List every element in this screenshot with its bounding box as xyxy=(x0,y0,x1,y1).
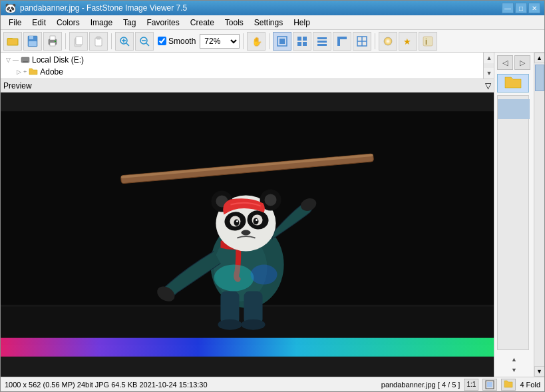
svg-rect-29 xyxy=(317,41,327,43)
tree-row-adobe[interactable]: ▷ + Adobe xyxy=(3,66,480,78)
filetree-scroll-down[interactable]: ▼ xyxy=(484,68,494,79)
main-scrollbar: ▲ ▼ xyxy=(534,53,544,377)
menu-settings[interactable]: Settings xyxy=(249,15,288,29)
menu-create[interactable]: Create xyxy=(185,15,220,29)
filetree-scroll-up[interactable]: ▲ xyxy=(484,53,494,63)
sidebar-scroll-arrows: ▲ ▼ xyxy=(494,353,534,377)
tree-root-label: Local Disk (E:) xyxy=(32,55,84,65)
app-icon: 🐼 xyxy=(5,3,16,13)
zoom-in-button[interactable] xyxy=(115,32,134,51)
svg-line-20 xyxy=(146,43,149,46)
hdd-icon xyxy=(21,56,30,64)
view-mode-3[interactable] xyxy=(313,32,331,51)
tree-child-label: Adobe xyxy=(40,67,63,77)
main-scroll-down[interactable]: ▼ xyxy=(534,366,545,377)
save-button[interactable] xyxy=(23,32,42,51)
filetree-content: ▽ — Local Disk (E:) ▷ + Adobe xyxy=(1,53,483,79)
status-info: 1000 x 562 (0.56 MP) 24bit JPG 64.5 KB 2… xyxy=(5,381,208,389)
maximize-button[interactable]: □ xyxy=(515,3,527,13)
tree-row-root[interactable]: ▽ — Local Disk (E:) xyxy=(3,54,480,66)
paste-button[interactable] xyxy=(89,32,108,51)
svg-point-69 xyxy=(214,265,254,292)
menu-file[interactable]: File xyxy=(3,15,27,29)
view-mode-1[interactable] xyxy=(273,32,291,51)
svg-rect-41 xyxy=(23,61,28,63)
menu-help[interactable]: Help xyxy=(288,15,315,29)
toolbar-sep-2 xyxy=(111,33,112,49)
svg-rect-30 xyxy=(317,44,327,46)
svg-point-66 xyxy=(236,220,238,222)
menu-colors[interactable]: Colors xyxy=(51,15,85,29)
close-button[interactable]: ✕ xyxy=(528,3,540,13)
svg-rect-13 xyxy=(96,37,100,39)
svg-rect-7 xyxy=(50,36,55,40)
titlebar-title: 🐼 pandabanner.jpg - FastStone Image View… xyxy=(5,3,187,13)
menu-favorites[interactable]: Favorites xyxy=(141,15,184,29)
toolbar-sep-3 xyxy=(243,33,244,49)
image-area: Preview ▽ xyxy=(1,79,494,377)
menu-edit[interactable]: Edit xyxy=(27,15,51,29)
svg-point-68 xyxy=(241,230,250,235)
svg-rect-23 xyxy=(279,39,285,44)
main-scroll-up[interactable]: ▲ xyxy=(534,53,545,63)
sidebar-scroll-up[interactable]: ▲ xyxy=(509,354,520,365)
color-button[interactable] xyxy=(379,32,397,51)
svg-text:i: i xyxy=(425,37,427,47)
status-fit-btn[interactable] xyxy=(482,379,497,391)
menu-tag[interactable]: Tag xyxy=(118,15,141,29)
minimize-button[interactable]: — xyxy=(502,3,514,13)
svg-point-59 xyxy=(265,194,277,206)
menu-image[interactable]: Image xyxy=(85,15,118,29)
sidebar-scroll-down[interactable]: ▼ xyxy=(509,365,520,375)
zoom-out-button[interactable] xyxy=(135,32,154,51)
info-button[interactable]: i xyxy=(419,32,437,51)
svg-rect-11 xyxy=(76,37,83,45)
svg-point-52 xyxy=(241,319,265,330)
smooth-checkbox[interactable] xyxy=(158,37,166,45)
print-button[interactable] xyxy=(43,32,62,51)
svg-point-51 xyxy=(218,319,242,330)
zoom-select[interactable]: 72% 25% 50% 100% 150% 200% Fit Fill xyxy=(200,34,240,49)
status-folder-btn[interactable] xyxy=(501,379,516,391)
hand-tool-button[interactable]: ✋ xyxy=(247,32,266,51)
svg-point-70 xyxy=(251,265,277,285)
statusbar: 1000 x 562 (0.56 MP) 24bit JPG 64.5 KB 2… xyxy=(1,377,544,391)
menubar: File Edit Colors Image Tag Favorites Cre… xyxy=(1,15,544,30)
toolbar-sep-4 xyxy=(269,33,270,49)
window-title: pandabanner.jpg - FastStone Image Viewer… xyxy=(20,3,187,13)
open-button[interactable] xyxy=(3,32,22,51)
status-file-info: pandabanner.jpg [ 4 / 5 ] xyxy=(381,381,460,389)
menu-tools[interactable]: Tools xyxy=(220,15,249,29)
svg-rect-1 xyxy=(7,39,18,45)
filetree-scroll-track xyxy=(484,63,494,68)
sidebar-nav-right[interactable]: ▷ xyxy=(514,55,530,70)
sidebar-scroll-thumb xyxy=(498,99,530,119)
sidebar-nav-row: ◁ ▷ xyxy=(497,55,531,70)
preview-expand-icon[interactable]: ▽ xyxy=(485,81,491,91)
effects-button[interactable]: ★ xyxy=(399,32,417,51)
left-content: ▽ — Local Disk (E:) ▷ + Adobe ▲ xyxy=(1,53,494,377)
status-ratio-btn[interactable]: 1:1 xyxy=(464,379,478,391)
svg-rect-27 xyxy=(303,42,307,46)
smooth-label: Smooth xyxy=(168,37,196,46)
preview-label: Preview xyxy=(3,81,32,91)
copy-button[interactable] xyxy=(69,32,88,51)
svg-rect-5 xyxy=(29,41,37,46)
svg-point-64 xyxy=(234,219,239,226)
sidebar-buttons: ◁ ▷ xyxy=(494,53,534,353)
filetree-scrollbar: ▲ ▼ xyxy=(483,53,494,79)
view-mode-2[interactable] xyxy=(293,32,311,51)
status-folds-label: 4 Fold xyxy=(520,381,540,389)
svg-rect-24 xyxy=(297,37,301,41)
sidebar-nav-left[interactable]: ◁ xyxy=(497,55,513,70)
image-viewport[interactable] xyxy=(1,93,494,377)
smooth-checkbox-area: Smooth xyxy=(158,37,196,46)
svg-rect-25 xyxy=(303,37,307,41)
sidebar-folder-btn[interactable] xyxy=(497,74,529,93)
view-mode-5[interactable] xyxy=(353,32,371,51)
svg-rect-32 xyxy=(337,37,347,39)
svg-point-65 xyxy=(254,218,259,224)
svg-point-67 xyxy=(256,219,258,221)
titlebar: 🐼 pandabanner.jpg - FastStone Image View… xyxy=(1,1,544,15)
view-mode-4[interactable] xyxy=(333,32,351,51)
